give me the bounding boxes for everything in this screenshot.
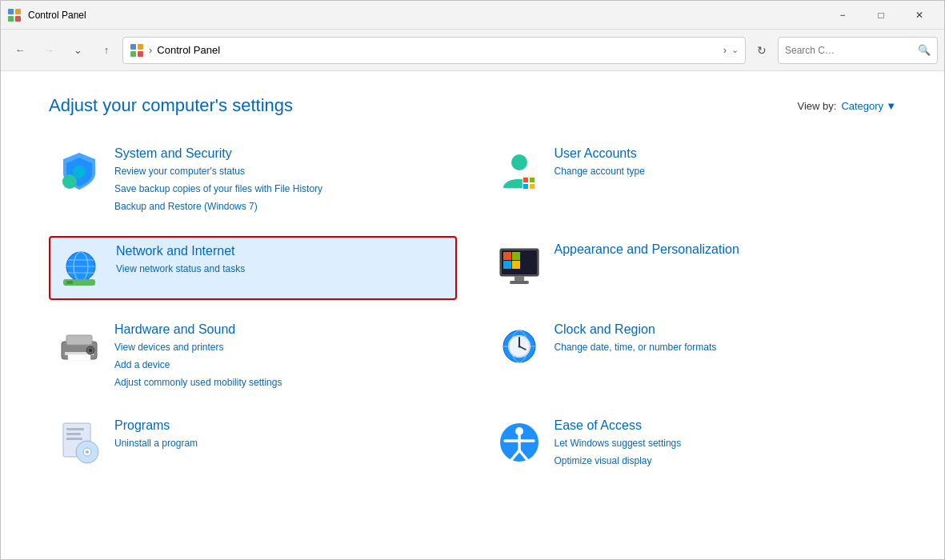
- ease-of-access-link-1[interactable]: Let Windows suggest settings: [555, 436, 682, 450]
- svg-point-10: [511, 154, 527, 170]
- system-security-name[interactable]: System and Security: [114, 146, 322, 161]
- svg-rect-30: [510, 281, 529, 284]
- user-accounts-name[interactable]: User Accounts: [555, 146, 645, 161]
- network-internet-name[interactable]: Network and Internet: [116, 244, 245, 258]
- category-clock-region[interactable]: Clock and Region Change date, time, or n…: [489, 316, 897, 396]
- refresh-button[interactable]: ↻: [749, 38, 775, 63]
- navigation-bar: ← → ⌄ ↑ › Control Panel › ⌄ ↻ 🔍: [1, 30, 944, 71]
- clock-region-name[interactable]: Clock and Region: [555, 322, 717, 337]
- user-accounts-text: User Accounts Change account type: [555, 146, 645, 178]
- page-title: Adjust your computer's settings: [49, 95, 293, 116]
- programs-text: Programs Uninstall a program: [114, 418, 198, 450]
- network-internet-link-1[interactable]: View network status and tasks: [116, 262, 245, 276]
- svg-rect-25: [503, 252, 511, 260]
- hardware-sound-text: Hardware and Sound View devices and prin…: [114, 322, 282, 390]
- clock-region-link-1[interactable]: Change date, time, or number formats: [555, 340, 717, 354]
- search-input[interactable]: [785, 45, 915, 56]
- svg-rect-28: [512, 261, 520, 269]
- clock-region-icon: [495, 322, 543, 370]
- ease-of-access-icon: [495, 418, 543, 466]
- close-button[interactable]: ✕: [901, 3, 938, 27]
- svg-rect-2: [8, 16, 14, 22]
- category-appearance[interactable]: Appearance and Personalization: [489, 236, 897, 300]
- window-title: Control Panel: [28, 10, 824, 21]
- view-by-chevron-icon: ▼: [886, 100, 896, 112]
- view-by-dropdown[interactable]: Category ▼: [841, 100, 896, 112]
- window-icon: [7, 8, 22, 22]
- svg-rect-0: [8, 9, 14, 14]
- appearance-icon: [495, 242, 543, 290]
- ease-of-access-name[interactable]: Ease of Access: [555, 418, 682, 433]
- hardware-sound-name[interactable]: Hardware and Sound: [114, 322, 282, 337]
- category-system-security[interactable]: System and Security Review your computer…: [49, 140, 457, 220]
- search-box[interactable]: 🔍: [778, 37, 938, 64]
- address-text: Control Panel: [157, 44, 718, 56]
- svg-rect-27: [503, 261, 511, 269]
- programs-name[interactable]: Programs: [114, 418, 198, 433]
- svg-point-8: [73, 166, 86, 178]
- svg-rect-5: [138, 44, 143, 50]
- svg-rect-26: [512, 252, 520, 260]
- svg-rect-12: [523, 178, 528, 182]
- network-internet-icon: [57, 244, 105, 292]
- address-suffix: ›: [723, 44, 727, 56]
- svg-rect-46: [66, 428, 84, 430]
- hardware-sound-link-2[interactable]: Add a device: [114, 358, 282, 372]
- view-by-value-text: Category: [841, 100, 883, 112]
- programs-link-1[interactable]: Uninstall a program: [114, 436, 198, 450]
- window-controls: − □ ✕: [824, 3, 938, 27]
- categories-grid: System and Security Review your computer…: [49, 140, 896, 474]
- search-button[interactable]: 🔍: [918, 44, 931, 56]
- dropdown-button[interactable]: ⌄: [65, 38, 90, 63]
- system-security-link-1[interactable]: Review your computer's status: [114, 164, 322, 178]
- minimize-button[interactable]: −: [824, 3, 861, 27]
- system-security-text: System and Security Review your computer…: [114, 146, 322, 214]
- category-ease-of-access[interactable]: Ease of Access Let Windows suggest setti…: [489, 412, 897, 474]
- clock-region-text: Clock and Region Change date, time, or n…: [555, 322, 717, 354]
- system-security-link-2[interactable]: Save backup copies of your files with Fi…: [114, 182, 322, 196]
- title-bar: Control Panel − □ ✕: [1, 1, 944, 30]
- network-internet-text: Network and Internet View network status…: [116, 244, 245, 276]
- category-user-accounts[interactable]: User Accounts Change account type: [489, 140, 897, 220]
- system-security-link-3[interactable]: Backup and Restore (Windows 7): [114, 199, 322, 214]
- category-programs[interactable]: Programs Uninstall a program: [49, 412, 457, 474]
- svg-point-51: [86, 450, 89, 454]
- svg-rect-29: [515, 276, 524, 281]
- forward-button[interactable]: →: [36, 38, 62, 63]
- svg-rect-6: [130, 51, 136, 57]
- svg-rect-22: [66, 281, 73, 284]
- user-accounts-icon: [495, 146, 543, 194]
- appearance-text: Appearance and Personalization: [555, 242, 739, 257]
- appearance-name[interactable]: Appearance and Personalization: [555, 242, 739, 257]
- ease-of-access-link-2[interactable]: Optimize visual display: [555, 454, 682, 468]
- up-button[interactable]: ↑: [94, 38, 119, 63]
- back-button[interactable]: ←: [7, 38, 33, 63]
- svg-rect-13: [530, 178, 535, 182]
- address-bar-icon: [130, 43, 144, 58]
- svg-point-9: [62, 174, 77, 189]
- svg-point-36: [89, 349, 92, 352]
- svg-rect-4: [130, 44, 136, 50]
- svg-rect-7: [138, 51, 143, 57]
- svg-rect-47: [66, 433, 81, 435]
- maximize-button[interactable]: □: [863, 3, 899, 27]
- svg-rect-15: [530, 184, 535, 189]
- address-bar[interactable]: › Control Panel › ⌄: [122, 37, 746, 64]
- hardware-sound-icon: [55, 322, 103, 370]
- main-content: Adjust your computer's settings View by:…: [1, 71, 944, 559]
- svg-rect-14: [523, 184, 528, 189]
- view-by: View by: Category ▼: [797, 100, 896, 112]
- ease-of-access-text: Ease of Access Let Windows suggest setti…: [555, 418, 682, 468]
- svg-rect-48: [66, 438, 82, 440]
- hardware-sound-link-3[interactable]: Adjust commonly used mobility settings: [114, 375, 282, 390]
- user-accounts-link-1[interactable]: Change account type: [555, 164, 645, 178]
- hardware-sound-link-1[interactable]: View devices and printers: [114, 340, 282, 354]
- address-separator: ›: [149, 44, 152, 56]
- svg-rect-32: [66, 335, 92, 345]
- address-dropdown-chevron[interactable]: ⌄: [731, 45, 739, 55]
- system-security-icon: [55, 146, 103, 194]
- page-header: Adjust your computer's settings View by:…: [49, 95, 896, 116]
- category-hardware-sound[interactable]: Hardware and Sound View devices and prin…: [49, 316, 457, 396]
- category-network-internet[interactable]: Network and Internet View network status…: [49, 236, 457, 300]
- view-by-label: View by:: [797, 100, 836, 112]
